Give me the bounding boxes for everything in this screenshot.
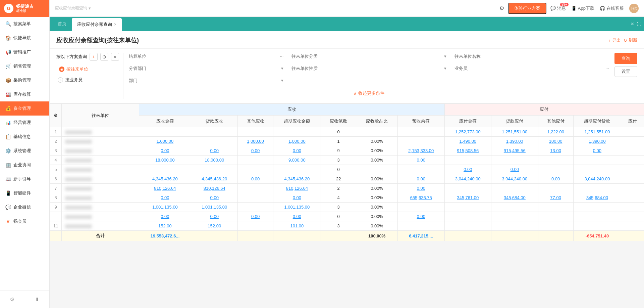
cell-ap_amount[interactable]: 915,508.56 bbox=[444, 146, 491, 156]
cell-ap_other[interactable]: 0.00 bbox=[538, 174, 573, 184]
sidebar-item-marketing[interactable]: 📢 营销推广 bbox=[0, 45, 49, 59]
cell-ar_overdue[interactable]: 0.00 bbox=[273, 193, 321, 203]
cell-ap_overdue[interactable]: 0.00 bbox=[573, 146, 621, 156]
total-ar-prepay[interactable]: 6,417,215.... bbox=[398, 231, 445, 241]
sidebar-bottom-settings[interactable]: ⚙ bbox=[7, 294, 17, 305]
sidebar-item-member[interactable]: V 畅会员 bbox=[0, 214, 49, 228]
cell-ar_prepay[interactable]: 0.00 bbox=[398, 184, 445, 193]
field-nature-select[interactable]: ▾ bbox=[320, 65, 446, 72]
tab-ar-query[interactable]: 应收应付余额查询 × bbox=[72, 18, 122, 31]
promo-button[interactable]: 体验行业方案 bbox=[508, 3, 546, 14]
cell-ap_amount[interactable]: 1,252,773.00 bbox=[444, 127, 491, 137]
export-button[interactable]: ↑ 导出 bbox=[609, 37, 621, 43]
cell-ar_overdue[interactable]: 1,000.00 bbox=[273, 137, 321, 146]
tab-close-button[interactable]: ✕ bbox=[631, 21, 634, 27]
cell-ar_amount[interactable]: 1,000.00 bbox=[139, 137, 191, 146]
sidebar-item-search-menu[interactable]: 🔍 搜索菜单 bbox=[0, 17, 49, 31]
cell-ar_overdue[interactable]: 0.00 bbox=[273, 212, 321, 221]
th-settings-icon[interactable]: ⚙ bbox=[50, 104, 62, 127]
cell-ar_loan[interactable]: 152.00 bbox=[191, 221, 238, 231]
cell-ap_other[interactable]: 1,222.00 bbox=[538, 127, 573, 137]
cell-ap_other[interactable]: 77.00 bbox=[538, 193, 573, 203]
cell-ar_overdue[interactable]: 101.00 bbox=[273, 221, 321, 231]
cell-ar_amount[interactable]: 18,000.00 bbox=[139, 156, 191, 165]
cell-ar_overdue[interactable]: 1,001,135.00 bbox=[273, 203, 321, 212]
cell-ar_loan[interactable]: 1,001,135.00 bbox=[191, 203, 238, 212]
user-avatar-action[interactable]: Rit bbox=[629, 4, 639, 13]
subnav-by-staff[interactable]: ○ 按业务员 bbox=[56, 76, 119, 84]
cell-ar_other[interactable]: 1,000.00 bbox=[238, 137, 273, 146]
cell-ar_amount[interactable]: 152.00 bbox=[139, 221, 191, 231]
sidebar-item-system[interactable]: ⚙️ 系统管理 bbox=[0, 144, 49, 158]
cell-ar_loan[interactable]: 810,126.64 bbox=[191, 184, 238, 193]
cell-ap_loan[interactable]: 1,390.00 bbox=[491, 137, 538, 146]
dropdown-icon[interactable]: ▾ bbox=[89, 6, 91, 11]
cell-ar_loan[interactable]: 4,345,436.20 bbox=[191, 174, 238, 184]
cell-ar_amount[interactable]: 0.00 bbox=[139, 146, 191, 156]
cell-ar_prepay[interactable]: 0.00 bbox=[398, 156, 445, 165]
field-unitname-input[interactable] bbox=[483, 53, 609, 60]
cell-ap_loan[interactable]: 915,495.56 bbox=[491, 146, 538, 156]
scheme-collapse-button[interactable]: « bbox=[111, 53, 119, 61]
cell-ar_other[interactable]: 0.00 bbox=[238, 174, 273, 184]
sidebar-item-hardware[interactable]: 📱 智能硬件 bbox=[0, 186, 49, 200]
cell-ar_loan[interactable]: 0.00 bbox=[191, 146, 238, 156]
cell-ar_loan[interactable]: 18,000.00 bbox=[191, 156, 238, 165]
app-download-action[interactable]: 📱 App下载 bbox=[571, 5, 594, 11]
settings-gear-icon[interactable]: ⚙ bbox=[499, 5, 504, 11]
cell-ap_amount[interactable]: 1,490.00 bbox=[444, 137, 491, 146]
cell-ap_amount[interactable]: 345,761.00 bbox=[444, 193, 491, 203]
field-category-select[interactable]: ▾ bbox=[320, 53, 446, 60]
cell-ap_amount[interactable]: 3,044,240.00 bbox=[444, 174, 491, 184]
tab-close-icon[interactable]: × bbox=[114, 22, 116, 27]
cell-ap_overdue[interactable]: 1,390.00 bbox=[573, 137, 621, 146]
sidebar-item-quick-nav[interactable]: 🏠 快捷导航 bbox=[0, 31, 49, 45]
add-scheme-button[interactable]: + bbox=[90, 53, 98, 61]
sidebar-item-enterprise[interactable]: 🏢 企业协同 bbox=[0, 158, 49, 172]
messages-action[interactable]: 💬 消息 99+ bbox=[550, 5, 566, 11]
subnav-by-company[interactable]: ◉ 按往来单位 bbox=[56, 65, 119, 74]
tab-expand-button[interactable]: ⛶ bbox=[637, 21, 641, 27]
total-ar-amount[interactable]: 19,553,472,6... bbox=[139, 231, 191, 241]
settings-button[interactable]: 设置 bbox=[614, 66, 637, 77]
cell-ar_prepay[interactable]: 655,636.75 bbox=[398, 193, 445, 203]
cell-ar_prepay[interactable]: 0.00 bbox=[398, 212, 445, 221]
sidebar-item-basic-info[interactable]: 📋 基础信息 bbox=[0, 130, 49, 144]
cell-ar_amount[interactable]: 810,126.64 bbox=[139, 184, 191, 193]
cell-ar_loan[interactable]: 0.00 bbox=[191, 212, 238, 221]
cell-ar_loan[interactable]: 0.00 bbox=[191, 193, 238, 203]
cell-ar_amount[interactable]: 0.00 bbox=[139, 193, 191, 203]
cell-ar_overdue[interactable]: 0.00 bbox=[273, 146, 321, 156]
cell-ar_amount[interactable]: 0.00 bbox=[139, 212, 191, 221]
sidebar-item-wechat[interactable]: 💬 企业微信 bbox=[0, 200, 49, 214]
sidebar-item-guide[interactable]: 📖 新手引导 bbox=[0, 172, 49, 186]
sidebar-item-operations[interactable]: 📊 经营管理 bbox=[0, 116, 49, 130]
scheme-settings-button[interactable]: ⊙ bbox=[100, 53, 108, 61]
sidebar-item-purchase[interactable]: 📦 采购管理 bbox=[0, 73, 49, 87]
sidebar-item-inventory[interactable]: 🏭 库存核算 bbox=[0, 87, 49, 101]
refresh-button[interactable]: ↻ 刷新 bbox=[624, 37, 637, 43]
online-service-action[interactable]: 🎧 在线客服 bbox=[600, 5, 624, 11]
cell-ar_other[interactable]: 0.00 bbox=[238, 146, 273, 156]
cell-ar_overdue[interactable]: 4,345,436.20 bbox=[273, 174, 321, 184]
cell-ar_amount[interactable]: 4,345,436.20 bbox=[139, 174, 191, 184]
tab-home[interactable]: 首页 bbox=[52, 18, 72, 30]
cell-ar_overdue[interactable]: 810,126.64 bbox=[273, 184, 321, 193]
cell-ar_other[interactable]: 0.00 bbox=[238, 212, 273, 221]
cell-ap_loan[interactable]: 345,684.00 bbox=[491, 193, 538, 203]
field-staff-input[interactable]: ··· bbox=[476, 65, 609, 72]
cell-ar_prepay[interactable]: 0.00 bbox=[398, 174, 445, 184]
field-dept-select[interactable]: ▾ bbox=[150, 65, 283, 72]
cell-ap_overdue[interactable]: 3,044,240.00 bbox=[573, 174, 621, 184]
cell-ap_loan[interactable]: 1,251,551.00 bbox=[491, 127, 538, 137]
cell-ap_loan[interactable]: 0.00 bbox=[491, 165, 538, 174]
cell-ar_amount[interactable]: 1,001,135.00 bbox=[139, 203, 191, 212]
cell-ar_prepay[interactable]: 2,153,333.00 bbox=[398, 146, 445, 156]
cell-ap_overdue[interactable]: 1,251,551.00 bbox=[573, 127, 621, 137]
sidebar-item-finance[interactable]: 💰 资金管理 bbox=[0, 101, 49, 116]
cell-ap_amount[interactable]: 0.00 bbox=[444, 165, 491, 174]
cell-ar_overdue[interactable]: 9,000.00 bbox=[273, 156, 321, 165]
field-department-select[interactable]: ▾ bbox=[150, 77, 283, 84]
cell-ap_loan[interactable]: 3,044,240.00 bbox=[491, 174, 538, 184]
field-settlement-input[interactable]: ··· bbox=[150, 53, 283, 60]
